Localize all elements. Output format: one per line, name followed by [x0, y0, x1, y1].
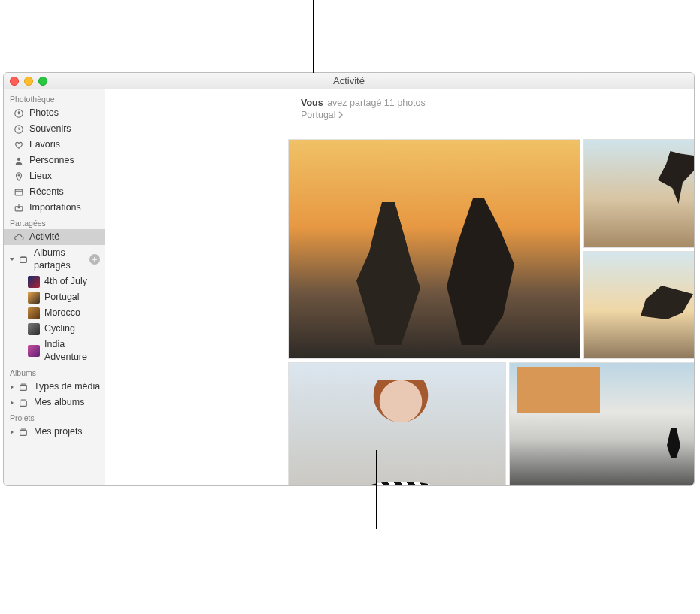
- album-thumb: [28, 345, 40, 357]
- callout-line-top: [313, 0, 314, 73]
- sidebar-item-album-india[interactable]: India Adventure: [4, 337, 105, 365]
- window-title: Activité: [333, 75, 365, 86]
- sidebar-item-my-albums[interactable]: Mes albums: [4, 395, 105, 410]
- sidebar-item-places[interactable]: Lieux: [4, 168, 105, 184]
- sidebar-item-label: Mes albums: [34, 396, 84, 409]
- sidebar-item-label: Portugal: [44, 291, 80, 304]
- album-stack-icon: [17, 253, 29, 265]
- svg-point-3: [18, 174, 20, 176]
- sidebar-item-album-morocco[interactable]: Morocco: [4, 305, 105, 321]
- clock-icon: [13, 123, 25, 135]
- share-message: avez partagé 11 photos: [327, 98, 426, 108]
- sidebar-section-shared: Partagées: [4, 216, 105, 229]
- import-icon: [13, 202, 25, 214]
- sidebar-item-photos[interactable]: Photos: [4, 105, 105, 121]
- sidebar-item-label: Lieux: [29, 170, 52, 183]
- share-author: Vous: [301, 98, 323, 108]
- sidebar-item-my-projects[interactable]: Mes projets: [4, 424, 105, 440]
- svg-rect-4: [15, 189, 23, 195]
- album-thumb: [28, 276, 40, 288]
- album-thumb: [28, 323, 40, 335]
- photos-icon: [13, 107, 25, 119]
- sidebar-item-label: Types de média: [34, 380, 100, 393]
- sidebar-item-album-portugal[interactable]: Portugal: [4, 289, 105, 305]
- fullscreen-button[interactable]: [38, 77, 47, 86]
- album-icon: [17, 381, 29, 393]
- sidebar-item-label: Importations: [29, 201, 81, 214]
- svg-rect-9: [20, 430, 27, 435]
- share-album-name: Portugal: [301, 109, 336, 121]
- minimize-button[interactable]: [24, 77, 33, 86]
- chevron-down-icon[interactable]: [8, 256, 16, 263]
- svg-rect-8: [20, 401, 27, 406]
- sidebar-item-label: Souvenirs: [29, 122, 71, 135]
- sidebar-item-album-4th-of-july[interactable]: 4th of July: [4, 274, 105, 289]
- album-icon: [17, 426, 29, 438]
- sidebar-item-label: Mes projets: [34, 425, 83, 438]
- sidebar-item-label: 4th of July: [44, 275, 87, 288]
- album-icon: [17, 397, 29, 409]
- svg-rect-7: [20, 385, 27, 390]
- sidebar-item-activity[interactable]: Activité: [4, 229, 105, 245]
- person-icon: [13, 155, 25, 167]
- photo-tile[interactable]: [583, 251, 694, 359]
- chevron-right-icon: [338, 111, 344, 119]
- sidebar-item-label: Favoris: [29, 138, 60, 151]
- sidebar: Photothèque Photos Souvenirs Favoris: [4, 89, 105, 485]
- sidebar-item-media-types[interactable]: Types de média: [4, 379, 105, 395]
- share-album-link[interactable]: Portugal: [301, 109, 344, 121]
- close-button[interactable]: [10, 77, 19, 86]
- app-window: Activité Photothèque Photos Souvenirs: [3, 72, 695, 486]
- sidebar-item-shared-albums[interactable]: Albums partagés: [4, 245, 105, 274]
- sidebar-item-label: Récents: [29, 186, 64, 198]
- photo-tile[interactable]: [583, 139, 694, 248]
- sidebar-item-label: Morocco: [44, 307, 80, 319]
- heart-icon: [13, 139, 25, 151]
- activity-content: Vous avez partagé 11 photos Portugal: [105, 89, 694, 485]
- sidebar-item-label: Cycling: [44, 322, 75, 335]
- sidebar-section-projects: Projets: [4, 410, 105, 424]
- chevron-right-icon[interactable]: [8, 399, 16, 407]
- sidebar-item-label: Photos: [29, 107, 59, 119]
- sidebar-item-label: India Adventure: [44, 338, 102, 364]
- album-thumb: [28, 292, 40, 304]
- svg-rect-6: [20, 257, 27, 262]
- chevron-right-icon[interactable]: [8, 383, 16, 391]
- sidebar-item-album-cycling[interactable]: Cycling: [4, 321, 105, 337]
- chevron-right-icon[interactable]: [8, 428, 16, 436]
- add-album-button[interactable]: [89, 254, 100, 265]
- photo-grid: [288, 139, 683, 485]
- sidebar-item-recents[interactable]: Récents: [4, 184, 105, 200]
- recents-icon: [13, 186, 25, 198]
- photo-tile[interactable]: [509, 362, 694, 485]
- sidebar-item-people[interactable]: Personnes: [4, 153, 105, 168]
- pin-icon: [13, 171, 25, 183]
- photo-tile[interactable]: [288, 139, 580, 359]
- sidebar-item-memories[interactable]: Souvenirs: [4, 121, 105, 137]
- sidebar-item-imports[interactable]: Importations: [4, 200, 105, 216]
- cloud-icon: [13, 231, 25, 243]
- sidebar-section-library: Photothèque: [4, 92, 105, 105]
- titlebar: Activité: [4, 73, 694, 89]
- sidebar-item-label: Activité: [29, 231, 59, 243]
- callout-line-bottom: [376, 450, 377, 529]
- svg-point-2: [17, 157, 20, 160]
- sidebar-section-albums: Albums: [4, 365, 105, 379]
- album-thumb: [28, 307, 40, 319]
- photo-tile[interactable]: [288, 362, 506, 485]
- sidebar-item-label: Personnes: [29, 154, 74, 167]
- activity-header: Vous avez partagé 11 photos Portugal: [105, 89, 694, 126]
- sidebar-item-favorites[interactable]: Favoris: [4, 137, 105, 153]
- traffic-lights: [10, 77, 47, 86]
